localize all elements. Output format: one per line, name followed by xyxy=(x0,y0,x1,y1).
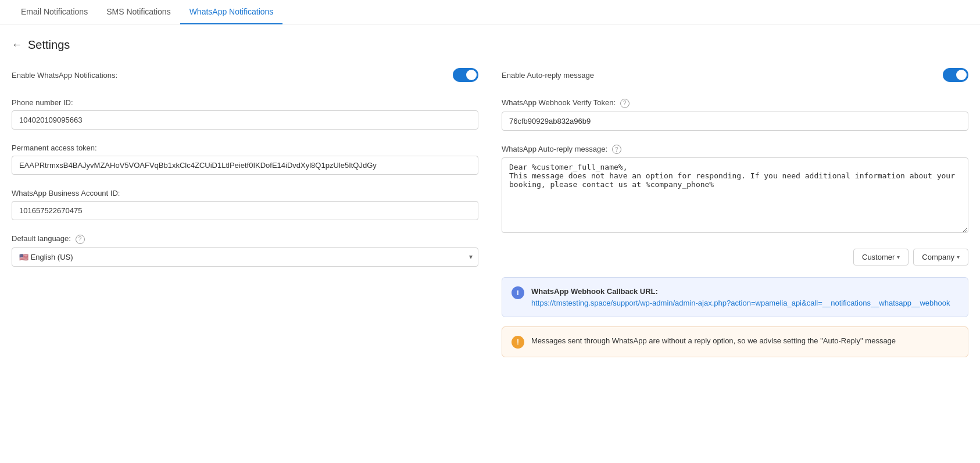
language-value: English (US) xyxy=(31,253,73,261)
phone-number-id-input[interactable] xyxy=(12,110,478,130)
company-button[interactable]: Company ▾ xyxy=(913,249,968,265)
default-language-help-icon[interactable]: ? xyxy=(76,235,85,244)
webhook-callback-title: WhatsApp Webhook Callback URL: xyxy=(531,287,658,296)
webhook-callback-url[interactable]: https://tmstesting.space/support/wp-admi… xyxy=(531,299,950,307)
tab-sms[interactable]: SMS Notifications xyxy=(97,0,180,24)
default-language-select[interactable]: 🇺🇸 English (US) ▾ xyxy=(12,247,478,267)
tab-email[interactable]: Email Notifications xyxy=(12,0,97,24)
permanent-access-token-section: Permanent access token: xyxy=(12,143,478,175)
default-language-label: Default language: ? xyxy=(12,234,478,244)
language-display-inner: 🇺🇸 English (US) xyxy=(19,253,73,261)
permanent-access-token-input[interactable] xyxy=(12,156,478,175)
customer-chevron-icon: ▾ xyxy=(897,254,900,260)
phone-number-id-section: Phone number ID: xyxy=(12,98,478,130)
default-language-select-wrapper: 🇺🇸 English (US) ▾ xyxy=(12,247,478,267)
autoreply-message-help-icon[interactable]: ? xyxy=(612,145,621,154)
whatsapp-business-account-id-section: WhatsApp Business Account ID: xyxy=(12,189,478,220)
company-chevron-icon: ▾ xyxy=(957,254,960,260)
filter-buttons-row: Customer ▾ Company ▾ xyxy=(502,249,968,265)
page-title: Settings xyxy=(28,38,70,52)
enable-autoreply-toggle[interactable] xyxy=(943,68,968,82)
toggle-thumb xyxy=(466,70,477,80)
webhook-callback-text: WhatsApp Webhook Callback URL: https://t… xyxy=(531,286,950,308)
enable-whatsapp-label: Enable WhatsApp Notifications: xyxy=(12,71,117,80)
chevron-down-icon: ▾ xyxy=(469,253,473,261)
whatsapp-business-account-id-label: WhatsApp Business Account ID: xyxy=(12,189,478,198)
enable-whatsapp-toggle-row: Enable WhatsApp Notifications: xyxy=(12,68,478,82)
right-column: Enable Auto-reply message WhatsApp Webho… xyxy=(502,68,968,367)
info-icon: i xyxy=(512,286,524,299)
toggle-thumb-autoreply xyxy=(956,70,967,80)
webhook-verify-token-label: WhatsApp Webhook Verify Token: ? xyxy=(502,98,968,108)
tabs-bar: Email Notifications SMS Notifications Wh… xyxy=(0,0,980,24)
warning-text: Messages sent through WhatsApp are witho… xyxy=(531,335,896,347)
customer-label: Customer xyxy=(862,253,895,261)
webhook-verify-token-help-icon[interactable]: ? xyxy=(620,99,630,108)
tab-whatsapp[interactable]: WhatsApp Notifications xyxy=(180,0,283,24)
customer-button[interactable]: Customer ▾ xyxy=(853,249,909,265)
webhook-verify-token-input[interactable] xyxy=(502,112,968,131)
enable-autoreply-label: Enable Auto-reply message xyxy=(502,71,594,80)
warning-info-box: ! Messages sent through WhatsApp are wit… xyxy=(502,326,968,357)
default-language-section: Default language: ? 🇺🇸 English (US) ▾ xyxy=(12,234,478,267)
settings-header: ← Settings xyxy=(12,38,968,52)
webhook-callback-info-box: i WhatsApp Webhook Callback URL: https:/… xyxy=(502,277,968,317)
whatsapp-business-account-id-input[interactable] xyxy=(12,201,478,220)
autoreply-message-label: WhatsApp Auto-reply message: ? xyxy=(502,145,968,155)
autoreply-message-section: WhatsApp Auto-reply message: ? Dear %cus… xyxy=(502,145,968,235)
back-button[interactable]: ← xyxy=(12,39,22,51)
warning-icon: ! xyxy=(512,336,524,349)
permanent-access-token-label: Permanent access token: xyxy=(12,143,478,152)
main-content: ← Settings Enable WhatsApp Notifications… xyxy=(0,24,980,381)
settings-grid: Enable WhatsApp Notifications: Phone num… xyxy=(12,68,968,367)
flag-icon: 🇺🇸 xyxy=(19,253,28,261)
phone-number-id-label: Phone number ID: xyxy=(12,98,478,107)
left-column: Enable WhatsApp Notifications: Phone num… xyxy=(12,68,478,367)
enable-autoreply-toggle-row: Enable Auto-reply message xyxy=(502,68,968,82)
company-label: Company xyxy=(922,253,954,261)
enable-whatsapp-toggle[interactable] xyxy=(453,68,478,82)
webhook-verify-token-section: WhatsApp Webhook Verify Token: ? xyxy=(502,98,968,131)
autoreply-message-textarea[interactable]: Dear %customer_full_name%,\nThis message… xyxy=(502,157,968,233)
